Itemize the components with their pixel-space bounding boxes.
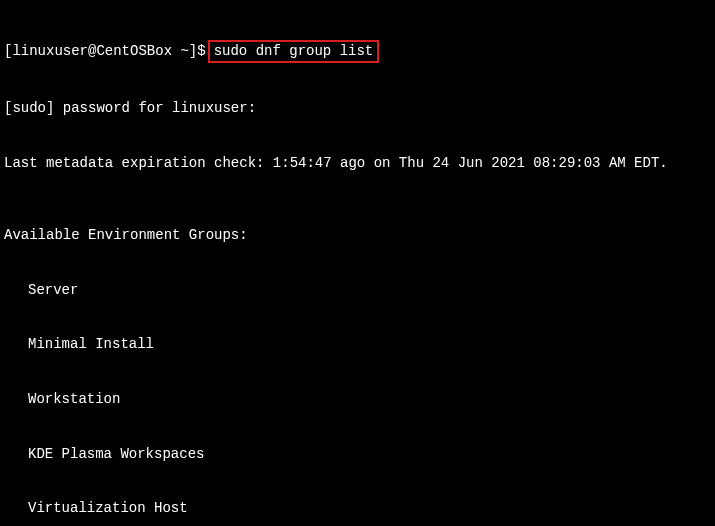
sudo-password-prompt: [sudo] password for linuxuser: [4, 99, 711, 117]
group-item: Server [4, 281, 711, 299]
group-item: Virtualization Host [4, 499, 711, 517]
avail-env-header: Available Environment Groups: [4, 226, 711, 244]
group-item: Minimal Install [4, 335, 711, 353]
metadata-line: Last metadata expiration check: 1:54:47 … [4, 154, 711, 172]
command-highlight: sudo dnf group list [208, 40, 380, 62]
prompt-line-1: [linuxuser@CentOSBox ~]$ sudo dnf group … [4, 40, 711, 62]
command-text: sudo dnf group list [214, 43, 374, 59]
group-item: Workstation [4, 390, 711, 408]
shell-prompt: [linuxuser@CentOSBox ~]$ [4, 42, 206, 60]
terminal-output: [linuxuser@CentOSBox ~]$ sudo dnf group … [4, 4, 711, 526]
group-item: KDE Plasma Workspaces [4, 445, 711, 463]
